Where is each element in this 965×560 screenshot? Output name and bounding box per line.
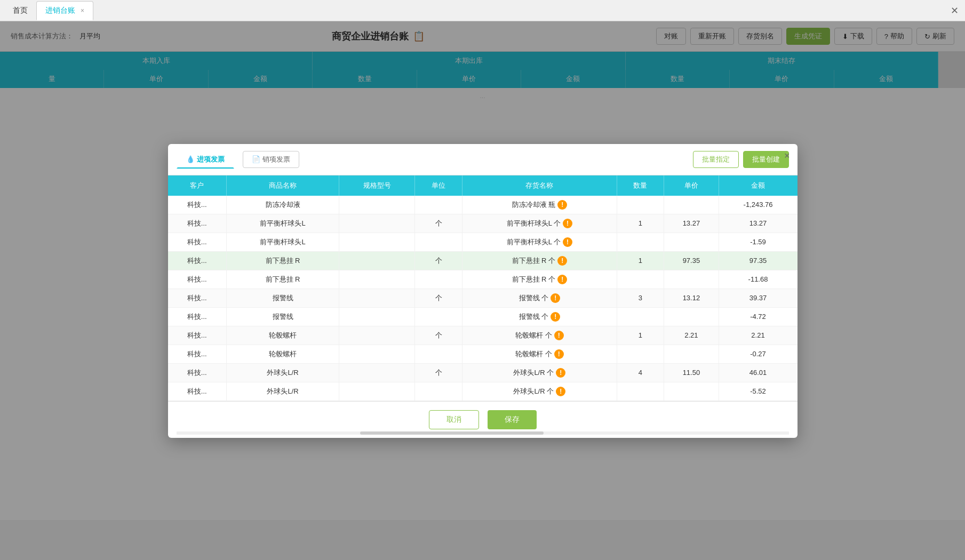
cell-customer: 科技... <box>168 289 227 307</box>
cell-qty <box>617 382 664 401</box>
cell-amount: -1.59 <box>719 233 797 251</box>
th-qty: 数量 <box>617 175 664 196</box>
cell-qty <box>617 345 664 363</box>
cell-product: 前下悬挂 R <box>227 270 339 289</box>
cell-amount: -1,243.76 <box>719 196 797 214</box>
cell-qty: 3 <box>617 289 664 307</box>
cell-qty: 1 <box>617 251 664 270</box>
cell-product: 轮毂螺杆 <box>227 326 339 345</box>
cell-customer: 科技... <box>168 345 227 363</box>
cancel-button[interactable]: 取消 <box>429 410 479 429</box>
cell-price: 2.21 <box>664 326 719 345</box>
cell-price <box>664 345 719 363</box>
cell-product: 外球头L/R <box>227 363 339 382</box>
cell-price <box>664 307 719 326</box>
tab-active[interactable]: 进销台账 × <box>36 1 93 20</box>
main-content: 销售成本计算方法： 月平均 商贸企业进销台账 📋 对账 重新开账 存货别名 生成… <box>0 21 965 560</box>
th-amount: 金额 <box>719 175 797 196</box>
cell-price: 13.12 <box>664 289 719 307</box>
cell-qty: 4 <box>617 363 664 382</box>
cell-price <box>664 233 719 251</box>
table-row[interactable]: 科技...前下悬挂 R前下悬挂 R 个!-11.68 <box>168 270 797 289</box>
tab-close-icon[interactable]: × <box>81 7 84 14</box>
cell-spec <box>339 289 414 307</box>
tab-incoming-icon: 💧 <box>186 155 195 163</box>
table-row[interactable]: 科技...前平衡杆球头L个前平衡杆球头L 个!113.2713.27 <box>168 214 797 233</box>
tab-outgoing-invoice[interactable]: 📄 销项发票 <box>243 151 299 168</box>
cell-price: 13.27 <box>664 214 719 233</box>
cell-customer: 科技... <box>168 270 227 289</box>
cell-spec <box>339 196 414 214</box>
cell-product: 前平衡杆球头L <box>227 233 339 251</box>
cell-inventory: 前平衡杆球头L 个! <box>462 214 617 233</box>
table-row[interactable]: 科技...外球头L/R个外球头L/R 个!411.5046.01 <box>168 363 797 382</box>
table-header-row: 客户 商品名称 规格型号 单位 存货名称 数量 单价 金额 <box>168 175 797 196</box>
cell-inventory: 报警线 个! <box>462 289 617 307</box>
table-row[interactable]: 科技...防冻冷却液防冻冷却液 瓶!-1,243.76 <box>168 196 797 214</box>
warning-icon: ! <box>556 368 565 378</box>
cell-customer: 科技... <box>168 363 227 382</box>
cell-qty <box>617 307 664 326</box>
th-product-name: 商品名称 <box>227 175 339 196</box>
cell-customer: 科技... <box>168 382 227 401</box>
cell-amount: 39.37 <box>719 289 797 307</box>
cell-unit <box>415 233 462 251</box>
cell-amount: -5.52 <box>719 382 797 401</box>
cell-customer: 科技... <box>168 196 227 214</box>
table-row[interactable]: 科技...轮毂螺杆轮毂螺杆 个!-0.27 <box>168 345 797 363</box>
cell-amount: 46.01 <box>719 363 797 382</box>
tab-incoming-label: 进项发票 <box>197 155 225 164</box>
table-row[interactable]: 科技...外球头L/R外球头L/R 个!-5.52 <box>168 382 797 401</box>
cell-amount: -4.72 <box>719 307 797 326</box>
cell-spec <box>339 214 414 233</box>
cell-inventory: 防冻冷却液 瓶! <box>462 196 617 214</box>
table-row[interactable]: 科技...前下悬挂 R个前下悬挂 R 个!197.3597.35 <box>168 251 797 270</box>
cell-price <box>664 196 719 214</box>
cell-inventory: 外球头L/R 个! <box>462 382 617 401</box>
cell-qty <box>617 196 664 214</box>
cell-inventory: 前平衡杆球头L 个! <box>462 233 617 251</box>
invoice-table: 客户 商品名称 规格型号 单位 存货名称 数量 单价 金额 科技...防冻冷却液… <box>168 175 797 401</box>
cell-spec <box>339 307 414 326</box>
cell-amount: -0.27 <box>719 345 797 363</box>
window-close-icon[interactable]: ✕ <box>951 5 959 17</box>
th-customer: 客户 <box>168 175 227 196</box>
cell-inventory: 前下悬挂 R 个! <box>462 251 617 270</box>
cell-unit: 个 <box>415 289 462 307</box>
scroll-indicator[interactable] <box>177 431 789 435</box>
th-inventory-name: 存货名称 <box>462 175 617 196</box>
table-row[interactable]: 科技...前平衡杆球头L前平衡杆球头L 个!-1.59 <box>168 233 797 251</box>
save-button[interactable]: 保存 <box>488 410 537 429</box>
cell-qty <box>617 270 664 289</box>
warning-icon: ! <box>554 331 564 340</box>
table-row[interactable]: 科技...报警线个报警线 个!313.1239.37 <box>168 289 797 307</box>
cell-product: 防冻冷却液 <box>227 196 339 214</box>
cell-spec <box>339 326 414 345</box>
table-row[interactable]: 科技...报警线报警线 个!-4.72 <box>168 307 797 326</box>
dialog-table[interactable]: 客户 商品名称 规格型号 单位 存货名称 数量 单价 金额 科技...防冻冷却液… <box>168 175 797 401</box>
batch-assign-button[interactable]: 批量指定 <box>693 151 739 168</box>
cell-customer: 科技... <box>168 233 227 251</box>
tab-active-label: 进销台账 <box>45 6 75 15</box>
cell-unit <box>415 345 462 363</box>
table-head: 客户 商品名称 规格型号 单位 存货名称 数量 单价 金额 <box>168 175 797 196</box>
cell-spec <box>339 270 414 289</box>
tab-incoming-invoice[interactable]: 💧 进项发票 <box>177 150 234 169</box>
dialog-header-actions: 批量指定 批量创建 <box>693 151 789 168</box>
cell-customer: 科技... <box>168 214 227 233</box>
cell-qty: 1 <box>617 326 664 345</box>
dialog-close-button[interactable]: × <box>784 150 790 162</box>
table-row[interactable]: 科技...轮毂螺杆个轮毂螺杆 个!12.212.21 <box>168 326 797 345</box>
cell-inventory: 前下悬挂 R 个! <box>462 270 617 289</box>
tab-home[interactable]: 首页 <box>4 2 36 20</box>
cell-product: 报警线 <box>227 289 339 307</box>
cell-price: 11.50 <box>664 363 719 382</box>
warning-icon: ! <box>551 312 560 322</box>
dialog-overlay: 💧 进项发票 📄 销项发票 批量指定 批量创建 × <box>0 21 965 560</box>
warning-icon: ! <box>551 293 560 303</box>
cell-qty <box>617 233 664 251</box>
dialog: 💧 进项发票 📄 销项发票 批量指定 批量创建 × <box>168 144 797 438</box>
cell-amount: 2.21 <box>719 326 797 345</box>
batch-create-button[interactable]: 批量创建 <box>743 151 789 168</box>
cell-unit <box>415 307 462 326</box>
